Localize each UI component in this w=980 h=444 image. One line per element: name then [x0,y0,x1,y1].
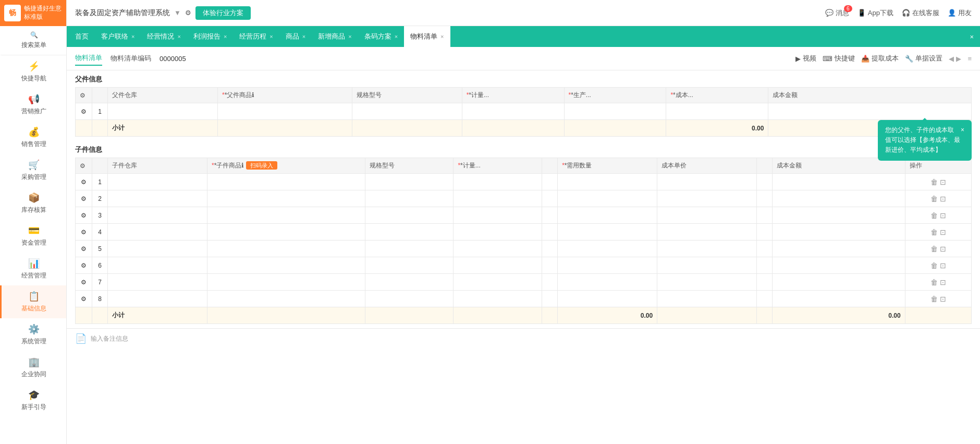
child-row-7-settings[interactable]: ⚙ [76,274,92,291]
close-customer-tab[interactable]: × [131,33,134,40]
sidebar-item-quick-nav[interactable]: ⚡ 快捷导航 [0,55,66,88]
child-row-2-unit[interactable] [454,190,542,207]
app-download-btn[interactable]: 📱 App下载 [858,8,893,18]
child-row-6-qty[interactable] [558,257,657,274]
sidebar-item-sales[interactable]: 💰 销售管理 [0,121,66,154]
child-row-2-qty[interactable] [558,190,657,207]
child-row-4-qty[interactable] [558,224,657,241]
copy-icon-5[interactable]: ⊡ [940,245,946,253]
dropdown-icon[interactable]: ▼ [174,9,181,17]
settings-icon[interactable]: ⚙ [185,9,191,17]
scan-btn[interactable]: 扫码录入 [246,161,277,170]
child-row-6-warehouse[interactable] [108,257,207,274]
next-btn[interactable]: ▶ [956,55,961,63]
parent-row-1-spec[interactable] [352,103,462,120]
close-bom-tab[interactable]: × [440,33,444,40]
online-service-btn[interactable]: 🎧 在线客服 [902,8,939,18]
grid-view-btn[interactable]: ≡ [967,55,972,63]
tab-barcode[interactable]: 条码方案 × [358,26,404,47]
child-row-2-spec[interactable] [365,190,454,207]
delete-icon-4[interactable]: 🗑 [930,228,938,236]
delete-icon-5[interactable]: 🗑 [930,245,938,253]
view-btn[interactable]: ▶ 视频 [795,54,816,63]
child-row-7-unit-cost[interactable] [657,274,757,291]
child-row-4-spec[interactable] [365,224,454,241]
copy-icon-3[interactable]: ⊡ [940,211,946,220]
child-row-8-unit[interactable] [454,291,542,307]
child-row-3-amount[interactable] [773,207,905,224]
child-row-8-unit-cost[interactable] [657,291,757,307]
child-row-6-settings[interactable]: ⚙ [76,257,92,274]
close-history-tab[interactable]: × [270,33,273,40]
child-row-5-warehouse[interactable] [108,241,207,257]
child-row-6-spec[interactable] [365,257,454,274]
child-row-8-settings[interactable]: ⚙ [76,291,92,307]
child-row-2-settings[interactable]: ⚙ [76,190,92,207]
delete-icon-3[interactable]: 🗑 [930,211,938,220]
delete-icon-8[interactable]: 🗑 [930,295,938,303]
child-row-2-goods[interactable] [207,190,365,207]
child-row-2-amount[interactable] [773,190,905,207]
tab-goods[interactable]: 商品 × [279,26,312,47]
parent-row-1-cost-amount[interactable] [768,103,972,120]
sidebar-item-guide[interactable]: 🎓 新手引导 [0,384,66,417]
tab-home[interactable]: 首页 [69,26,95,47]
sidebar-item-purchase[interactable]: 🛒 采购管理 [0,154,66,187]
child-row-1-warehouse[interactable] [108,174,207,190]
child-row-2-unit-cost[interactable] [657,190,757,207]
close-barcode-tab[interactable]: × [395,33,398,40]
child-row-3-unit[interactable] [454,207,542,224]
child-row-6-unit-cost[interactable] [657,257,757,274]
sidebar-item-system[interactable]: ⚙️ 系统管理 [0,318,66,351]
child-row-3-unit-cost[interactable] [657,207,757,224]
parent-row-1-goods[interactable] [218,103,352,120]
parent-row-1-unit[interactable] [462,103,564,120]
child-row-1-spec[interactable] [365,174,454,190]
child-row-1-amount[interactable] [773,174,905,190]
child-row-8-spec[interactable] [365,291,454,307]
child-row-3-spec[interactable] [365,207,454,224]
sub-tab-bom[interactable]: 物料清单 [75,51,102,66]
child-row-5-unit-cost[interactable] [657,241,757,257]
copy-icon-4[interactable]: ⊡ [940,228,946,236]
copy-icon-6[interactable]: ⊡ [940,261,946,270]
single-settings-btn[interactable]: 🔧 单据设置 [905,54,942,63]
child-row-4-unit-cost[interactable] [657,224,757,241]
copy-icon-7[interactable]: ⊡ [940,278,946,286]
tab-customer[interactable]: 客户联络 × [95,26,141,47]
parent-row-1-prod[interactable] [564,103,666,120]
child-row-3-qty[interactable] [558,207,657,224]
child-row-4-amount[interactable] [773,224,905,241]
child-row-5-spec[interactable] [365,241,454,257]
child-row-6-unit[interactable] [454,257,542,274]
copy-icon-8[interactable]: ⊡ [940,295,946,303]
delete-icon-6[interactable]: 🗑 [930,261,938,270]
child-row-6-goods[interactable] [207,257,365,274]
sub-tab-bom-code[interactable]: 物料清单编码 [111,52,151,65]
delete-icon-2[interactable]: 🗑 [930,195,938,203]
child-col-settings[interactable]: ⚙ [76,158,92,174]
child-row-7-spec[interactable] [365,274,454,291]
tab-history[interactable]: 经营历程 × [233,26,279,47]
child-row-8-qty[interactable] [558,291,657,307]
child-row-5-amount[interactable] [773,241,905,257]
child-row-8-amount[interactable] [773,291,905,307]
tab-bom[interactable]: 物料清单 × [404,26,450,47]
close-operations-tab[interactable]: × [177,33,180,40]
child-row-8-warehouse[interactable] [108,291,207,307]
parent-row-1-settings[interactable]: ⚙ [76,103,92,120]
sidebar-item-finance[interactable]: 💳 资金管理 [0,220,66,253]
child-row-4-warehouse[interactable] [108,224,207,241]
child-row-4-unit[interactable] [454,224,542,241]
tab-operations[interactable]: 经营情况 × [141,26,187,47]
sidebar-item-operations[interactable]: 📊 经营管理 [0,253,66,285]
sidebar-item-basic-info[interactable]: 📋 基础信息 [0,285,66,318]
tooltip-close-btn[interactable]: × [961,125,964,135]
child-row-7-unit[interactable] [454,274,542,291]
delete-icon-7[interactable]: 🗑 [930,278,938,286]
child-row-5-qty[interactable] [558,241,657,257]
child-row-3-goods[interactable] [207,207,365,224]
copy-icon-1[interactable]: ⊡ [940,178,946,186]
child-row-1-unit[interactable] [454,174,542,190]
sidebar-item-marketing[interactable]: 📢 营销推广 [0,88,66,121]
